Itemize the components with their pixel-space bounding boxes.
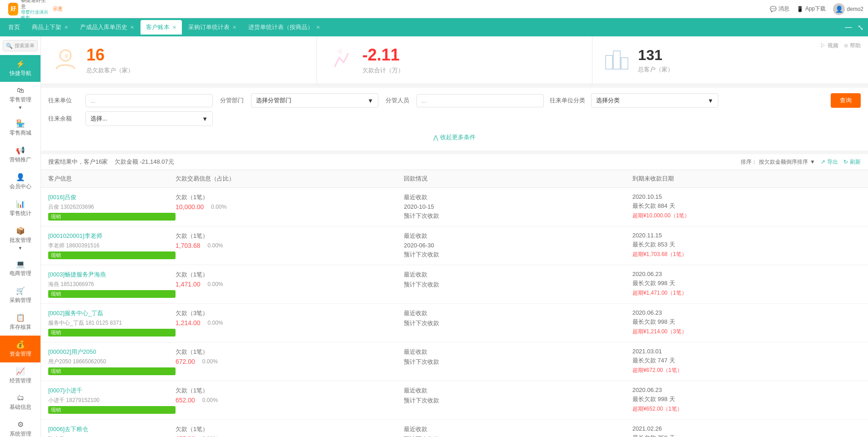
sidebar-item-member[interactable]: 👤 会员中心 — [0, 168, 40, 195]
sidebar-search-box[interactable]: 🔍 搜索菜单 — [3, 40, 38, 51]
customer-name-5[interactable]: [0007]小进千 — [48, 387, 176, 395]
manager-input[interactable]: ... — [416, 94, 544, 107]
tab-close-purchase-order[interactable]: ✕ — [232, 25, 236, 30]
sidebar: 🔍 搜索菜单 ⚡ 快捷导航 🛍 零售管理 ▼ 🏪 零售商城 — [0, 36, 41, 437]
customer-name-6[interactable]: [0006]去下粮仓 — [48, 425, 176, 433]
tab-close-production[interactable]: ✕ — [130, 25, 134, 30]
tab-products[interactable]: 商品上下架 ✕ — [26, 20, 74, 35]
debt-info-3: 欠款（3笔） 1,214.00 0.00% — [176, 309, 404, 326]
debt-info-4: 欠款（1笔） 672.00 0.00% — [176, 348, 404, 365]
svg-marker-2 — [337, 49, 341, 55]
customer-name-2[interactable]: [0003]畅捷服务尹海燕 — [48, 271, 176, 279]
stat-total-customers-content: 131 总客户（家） — [638, 47, 673, 74]
tab-purchase-order[interactable]: 采购订单统计表 ✕ — [183, 20, 242, 35]
last-payment-date-1: 2020-06-30 — [404, 242, 632, 249]
division-select[interactable]: 选择分管部门 ▼ — [251, 93, 378, 108]
sidebar-item-stock[interactable]: 📋 库存核算 — [0, 309, 40, 336]
due-info-2: 2020.06.23 最长欠款 998 天 超期¥1,471.00（1笔） — [632, 271, 861, 297]
overdue-link-5[interactable]: 超期¥652.00（1笔） — [632, 405, 861, 413]
debt-percent-0: 0.00% — [211, 204, 226, 210]
sidebar-item-batch-mgmt[interactable]: 📦 批发管理 ▼ — [0, 222, 40, 255]
sidebar-item-retail-mgmt[interactable]: 🛍 零售管理 ▼ — [0, 82, 40, 115]
overdue-link-3[interactable]: 超期¥1,214.00（3笔） — [632, 328, 861, 336]
tab-expand-btn[interactable]: ⤡ — [856, 21, 865, 34]
tab-close-products[interactable]: ✕ — [64, 25, 68, 30]
logo-icon: 好 — [8, 3, 18, 15]
svg-rect-5 — [621, 58, 628, 69]
customer-name-0[interactable]: [0016]吕俊 — [48, 193, 176, 201]
due-info-0: 2020.10.15 最长欠款 884 天 超期¥10,000.00（1笔） — [632, 193, 861, 220]
debt-count-0: 欠款（1笔） — [176, 193, 404, 201]
repay-info-2: 最近收款 预计下次收款 — [404, 271, 632, 289]
sidebar-item-ecommerce[interactable]: 💻 电商管理 — [0, 255, 40, 282]
results-right: 排序： 按欠款金额倒序排序 ▼ ↗ 导出 ↻ 刷新 — [741, 158, 861, 166]
sidebar-item-basic-info[interactable]: 🗂 基础信息 — [0, 389, 40, 416]
customer-phone-5: 小进千 18279152100 — [48, 397, 176, 404]
debt-amount-5: 652.00 — [176, 397, 195, 404]
debt-amount-4: 672.00 — [176, 358, 195, 365]
tab-close-stock-stats[interactable]: ✕ — [316, 25, 320, 30]
sidebar-item-system[interactable]: ⚙ 系统管理 — [0, 416, 40, 437]
debt-amount-0: 10,000.00 — [176, 203, 204, 211]
content-area: ¥ 16 总欠款客户（家） — [41, 36, 868, 437]
user-menu[interactable]: 👤 demo2 — [833, 3, 863, 15]
retail-store-icon: 🏪 — [16, 119, 25, 128]
debt-amount-icon — [328, 46, 355, 74]
tab-actions: — ⤡ — [843, 21, 865, 34]
tab-minimize-btn[interactable]: — — [843, 21, 854, 34]
sidebar-item-quick[interactable]: ⚡ 快捷导航 — [0, 55, 40, 82]
avatar: 👤 — [833, 3, 845, 15]
overdue-link-0[interactable]: 超期¥10,000.00（1笔） — [632, 212, 861, 220]
search-button[interactable]: 查询 — [831, 93, 861, 108]
sort-select[interactable]: 排序： 按欠款金额倒序排序 ▼ — [741, 158, 815, 166]
svg-rect-3 — [606, 55, 612, 69]
overdue-days-2: 最长欠款 998 天 — [632, 279, 861, 287]
tab-close-customer-account[interactable]: ✕ — [172, 25, 176, 30]
customer-name-4[interactable]: [000002]用户2050 — [48, 348, 176, 356]
last-payment-label-4: 最近收款 — [404, 348, 632, 356]
message-icon: 💬 — [770, 6, 777, 12]
debt-percent-5: 0.00% — [202, 397, 218, 403]
debt-info-6: 欠款（1笔） 455.90 0.00% — [176, 425, 404, 437]
sidebar-item-retail-stats[interactable]: 📊 零售统计 — [0, 195, 40, 222]
tab-customer-account[interactable]: 客户账本 ✕ — [140, 20, 182, 35]
app-download-btn[interactable]: 📱 App下载 — [797, 5, 826, 13]
brand-tag: 示意 — [53, 5, 63, 12]
view-btn[interactable]: ▷ 视频 — [820, 42, 838, 50]
help-btn[interactable]: ⊙ 帮助 — [844, 42, 861, 50]
debt-amount-6: 455.90 — [176, 435, 195, 437]
next-payment-label-3: 预计下次收款 — [404, 319, 632, 327]
help-icon: ⊙ — [844, 42, 848, 49]
sidebar-item-retail-store[interactable]: 🏪 零售商城 — [0, 115, 40, 141]
customer-name-1[interactable]: [0001020001]李老师 — [48, 232, 176, 240]
next-payment-label-6: 预计下次收款 — [404, 435, 632, 437]
next-payment-label-2: 预计下次收款 — [404, 281, 632, 289]
remaining-select[interactable]: 选择... ▼ — [85, 111, 213, 126]
sidebar-item-purchase[interactable]: 🛒 采购管理 — [0, 282, 40, 309]
batch-chevron-icon: ▼ — [18, 246, 23, 251]
remaining-chevron: ▼ — [202, 116, 208, 122]
sidebar-item-finance[interactable]: 💰 资金管理 — [0, 336, 40, 362]
tab-home[interactable]: 首页 — [3, 20, 25, 35]
division-label: 分管部门 — [218, 96, 246, 105]
finance-icon: 💰 — [16, 340, 25, 349]
source-unit-input[interactable]: ... — [85, 94, 213, 107]
collapse-btn[interactable]: ⋀ 收起更多条件 — [430, 131, 479, 143]
customer-name-3[interactable]: [0002]服务中心_丁磊 — [48, 309, 176, 317]
last-payment-label-0: 最近收款 — [404, 193, 632, 201]
sidebar-item-operation[interactable]: 📈 经营管理 — [0, 362, 40, 389]
message-btn[interactable]: 💬 消息 — [770, 5, 789, 13]
sidebar-item-marketing[interactable]: 📢 营销推广 — [0, 141, 40, 168]
chevron-down-icon: ▼ — [18, 105, 23, 110]
overdue-link-1[interactable]: 超期¥1,703.68（1笔） — [632, 251, 861, 258]
tab-stock-stats[interactable]: 进货单统计表（按商品） ✕ — [243, 20, 326, 35]
export-btn[interactable]: ↗ 导出 — [821, 158, 838, 166]
play-icon: ▷ — [820, 42, 826, 49]
refresh-btn[interactable]: ↻ 刷新 — [843, 158, 861, 166]
tab-production[interactable]: 产成品入库单历史 ✕ — [75, 20, 140, 35]
search-icon: 🔍 — [6, 43, 13, 49]
overdue-days-5: 最长欠款 998 天 — [632, 395, 861, 403]
overdue-link-2[interactable]: 超期¥1,471.00（1笔） — [632, 289, 861, 297]
unit-category-select[interactable]: 选择分类 ▼ — [591, 93, 718, 108]
overdue-link-4[interactable]: 超期¥672.00（1笔） — [632, 367, 861, 374]
